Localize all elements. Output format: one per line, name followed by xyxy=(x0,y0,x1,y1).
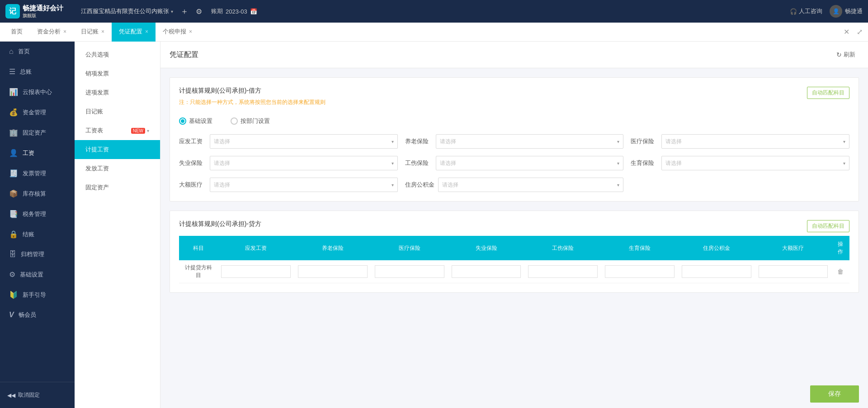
row-yingfa-input[interactable] xyxy=(221,265,291,278)
col-yanglao: 养老保险 xyxy=(294,236,371,260)
maximize-button[interactable]: ⤢ xyxy=(855,26,864,38)
row-gongshang-cell xyxy=(524,260,601,283)
debit-section-title: 计提核算规则(公司承担)-借方 xyxy=(179,87,326,95)
tab-home[interactable]: 首页 xyxy=(4,23,30,42)
sidebar-ledger-label: 总账 xyxy=(20,68,32,76)
col-shengyu: 生育保险 xyxy=(601,236,678,260)
sidebar-item-guide[interactable]: 🔰 新手引导 xyxy=(0,285,75,305)
sidebar-item-inventory[interactable]: 📦 库存核算 xyxy=(0,183,75,204)
sub-item-pay-salary[interactable]: 发放工资 xyxy=(75,159,160,178)
yiliao-select[interactable]: 请选择 ▾ xyxy=(661,134,849,149)
tab-journal-close[interactable]: × xyxy=(101,28,104,35)
sidebar-item-close[interactable]: 🔒 结账 xyxy=(0,224,75,244)
row-yanglao-input[interactable] xyxy=(298,265,368,278)
user-menu[interactable]: 👤 畅捷通 xyxy=(830,5,863,18)
tab-tax-close[interactable]: × xyxy=(189,28,192,35)
field-yanglao: 养老保险 请选择 ▾ xyxy=(405,134,624,149)
sub-item-journal[interactable]: 日记账 xyxy=(75,102,160,121)
sub-item-calc-salary[interactable]: 计提工资 xyxy=(75,140,160,159)
sidebar-item-report[interactable]: 📊 云报表中心 xyxy=(0,82,75,102)
topbar-right: 🎧 人工咨询 👤 畅捷通 xyxy=(790,5,863,18)
sidebar-item-fund[interactable]: 💰 资金管理 xyxy=(0,102,75,122)
row-yiliao-cell xyxy=(371,260,448,283)
row-daeliao-input[interactable] xyxy=(759,265,828,278)
tab-tax-label: 个税申报 xyxy=(163,28,186,36)
sidebar-item-salary[interactable]: 👤 工资 xyxy=(0,143,75,163)
credit-section: 计提核算规则(公司承担)-贷方 自动匹配科目 科目 应发工资 养老保险 医疗保险… xyxy=(170,211,859,293)
sub-item-public[interactable]: 公共选项 xyxy=(75,45,160,64)
field-zhufang: 住房公积金 请选择 ▾ xyxy=(405,178,624,192)
sub-item-salary-table[interactable]: 工资表 NEW ▾ xyxy=(75,121,160,140)
tab-voucher-close[interactable]: × xyxy=(145,28,148,35)
cancel-fixed-button[interactable]: ◀◀ 取消固定 xyxy=(0,387,75,403)
debit-auto-match-button[interactable]: 自动匹配科目 xyxy=(807,87,849,99)
yingfa-select[interactable]: 请选择 ▾ xyxy=(210,134,398,149)
panel-body: 计提核算规则(公司承担)-借方 注：只能选择一种方式，系统将按照您当前的选择来配… xyxy=(160,68,868,338)
calendar-icon[interactable]: 📅 xyxy=(250,8,257,15)
app-name: 畅捷通好会计 xyxy=(23,4,63,12)
col-zhufang: 住房公积金 xyxy=(678,236,755,260)
delete-row-button[interactable]: 🗑 xyxy=(837,268,844,275)
sidebar: ⌂ 首页 ☰ 总账 📊 云报表中心 💰 资金管理 🏢 固定资产 👤 工资 🧾 发… xyxy=(0,42,75,408)
close-window-button[interactable]: ✕ xyxy=(842,26,851,38)
row-gongshang-input[interactable] xyxy=(528,265,598,278)
row-yiliao-input[interactable] xyxy=(375,265,444,278)
yingfa-label: 应发工资 xyxy=(179,137,206,145)
add-button[interactable]: ＋ xyxy=(179,6,190,17)
yiliao-placeholder: 请选择 xyxy=(665,138,682,145)
daeliao-placeholder: 请选择 xyxy=(214,181,230,189)
sidebar-item-ledger[interactable]: ☰ 总账 xyxy=(0,61,75,82)
debit-section-header: 计提核算规则(公司承担)-借方 注：只能选择一种方式，系统将按照您当前的选择来配… xyxy=(179,87,849,113)
tab-fund[interactable]: 资金分析 × xyxy=(30,23,74,42)
gongshang-placeholder: 请选择 xyxy=(440,159,456,167)
content-area: 公共选项 销项发票 进项发票 日记账 工资表 NEW ▾ 计提工资 发放工资 固… xyxy=(75,42,868,408)
tab-journal[interactable]: 日记账 × xyxy=(74,23,112,42)
zhufang-select[interactable]: 请选择 ▾ xyxy=(438,178,624,192)
salary-table-label: 工资表 xyxy=(85,127,103,135)
tab-voucher[interactable]: 凭证配置 × xyxy=(112,23,156,42)
sidebar-item-invoice[interactable]: 🧾 发票管理 xyxy=(0,163,75,183)
shiye-label: 失业保险 xyxy=(179,159,206,167)
radio-basic[interactable]: 基础设置 xyxy=(179,117,212,125)
radio-dept[interactable]: 按部门设置 xyxy=(231,117,270,125)
shengyu-label: 生育保险 xyxy=(631,159,658,167)
daeliao-select[interactable]: 请选择 ▾ xyxy=(210,178,398,192)
credit-auto-match-button[interactable]: 自动匹配科目 xyxy=(807,220,849,232)
logo-icon: 记 xyxy=(5,4,20,19)
radio-group: 基础设置 按部门设置 xyxy=(179,117,849,125)
row-shengyu-input[interactable] xyxy=(605,265,675,278)
guide-icon: 🔰 xyxy=(9,291,18,299)
sidebar-item-member[interactable]: V 畅会员 xyxy=(0,305,75,325)
sidebar-item-home[interactable]: ⌂ 首页 xyxy=(0,42,75,61)
sub-item-purchase[interactable]: 进项发票 xyxy=(75,83,160,102)
gongshang-select[interactable]: 请选择 ▾ xyxy=(436,156,624,170)
shiye-select[interactable]: 请选择 ▾ xyxy=(210,156,398,170)
row-shiye-input[interactable] xyxy=(452,265,521,278)
sub-item-fixed-assets[interactable]: 固定资产 xyxy=(75,178,160,197)
avatar: 👤 xyxy=(830,5,842,18)
period-selector[interactable]: 账期 2023-03 📅 xyxy=(211,7,257,15)
gear-icon[interactable]: ⚙ xyxy=(196,7,202,16)
row-shengyu-cell xyxy=(601,260,678,283)
tab-actions: ✕ ⤢ xyxy=(842,26,864,38)
save-button[interactable]: 保存 xyxy=(810,385,859,403)
sidebar-item-tax[interactable]: 📑 税务管理 xyxy=(0,204,75,224)
member-icon: V xyxy=(9,311,14,319)
sub-item-sales[interactable]: 销项发票 xyxy=(75,64,160,83)
service-button[interactable]: 🎧 人工咨询 xyxy=(790,7,822,15)
refresh-button[interactable]: ↻ 刷新 xyxy=(833,49,859,61)
sidebar-item-fixed-assets[interactable]: 🏢 固定资产 xyxy=(0,122,75,143)
row-yanglao-cell xyxy=(294,260,371,283)
company-selector[interactable]: 江西服宝精品有限责任公司内账张 ▾ xyxy=(81,7,173,15)
app-edition: 旗舰版 xyxy=(23,13,63,19)
row-subject-name: 计提贷方科目 xyxy=(179,260,217,283)
tab-tax[interactable]: 个税申报 × xyxy=(156,23,199,42)
tab-fund-close[interactable]: × xyxy=(63,28,66,35)
shengyu-select[interactable]: 请选择 ▾ xyxy=(661,156,849,170)
inventory-icon: 📦 xyxy=(9,189,18,198)
yanglao-select[interactable]: 请选择 ▾ xyxy=(436,134,624,149)
row-zhufang-input[interactable] xyxy=(682,265,751,278)
yiliao-arrow-icon: ▾ xyxy=(843,139,845,144)
sidebar-item-settings[interactable]: ⚙ 基础设置 xyxy=(0,264,75,285)
sidebar-item-archive[interactable]: 🗄 归档管理 xyxy=(0,244,75,264)
